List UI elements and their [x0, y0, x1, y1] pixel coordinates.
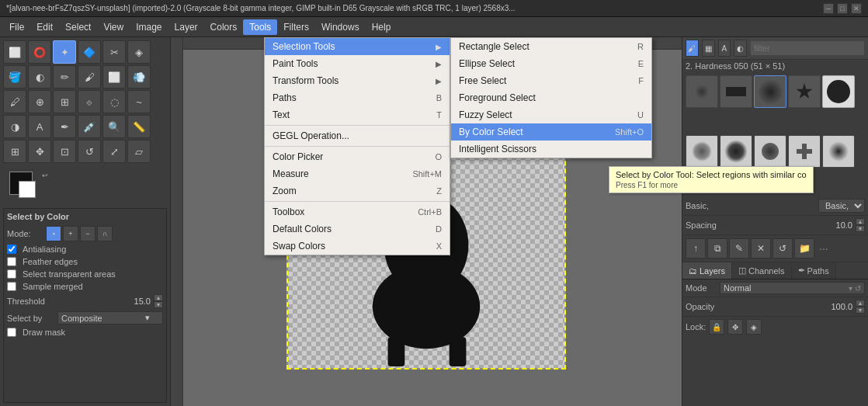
menu-tools[interactable]: Tools — [243, 19, 277, 35]
eraser-tool[interactable]: ⬜ — [102, 65, 126, 88]
antialiasing-checkbox[interactable] — [7, 245, 16, 254]
menu-layer[interactable]: Layer — [168, 19, 204, 35]
threshold-increment[interactable]: ▲ — [154, 294, 163, 301]
menu-image[interactable]: Image — [130, 19, 168, 35]
refresh-brush-button[interactable]: ↺ — [773, 238, 793, 259]
select-rectangle[interactable]: Rectangle Select R — [451, 38, 651, 55]
new-brush-button[interactable]: ↑ — [686, 238, 706, 259]
gradient-tool[interactable]: ◐ — [28, 65, 51, 88]
menu-filters[interactable]: Filters — [277, 19, 315, 35]
ink-tool[interactable]: 🖊 — [3, 90, 26, 113]
tools-menu-item-measure[interactable]: Measure Shift+M — [265, 165, 450, 182]
edit-brush-button[interactable]: ✎ — [729, 238, 749, 259]
brush-item[interactable] — [788, 75, 821, 108]
lock-pixels-button[interactable]: 🔒 — [709, 319, 724, 335]
tools-menu-item-transform[interactable]: Transform Tools ▶ — [265, 72, 450, 89]
tab-paths[interactable]: ✒ Paths — [792, 262, 836, 279]
tools-menu-item-text[interactable]: Text T — [265, 106, 450, 123]
select-transparent-checkbox[interactable] — [7, 269, 16, 279]
reset-colors[interactable]: ↩ — [42, 172, 48, 179]
heal-tool[interactable]: ⊞ — [53, 90, 76, 113]
select-by-color[interactable]: By Color Select Shift+O — [451, 123, 651, 141]
tools-menu-item-selection[interactable]: Selection Tools ▶ — [265, 38, 450, 55]
menu-windows[interactable]: Windows — [315, 19, 366, 35]
fuzzy-select-tool[interactable]: ✦ — [53, 40, 76, 64]
feather-edges-checkbox[interactable] — [7, 257, 16, 266]
select-free[interactable]: Free Select F — [451, 72, 651, 89]
tools-menu-item-gegl[interactable]: GEGL Operation... — [265, 127, 450, 144]
menu-view[interactable]: View — [97, 19, 130, 35]
brush-item[interactable] — [788, 135, 821, 168]
scissors-tool[interactable]: ✂ — [102, 40, 126, 64]
crop-tool[interactable]: ⊡ — [53, 140, 76, 163]
paintbrush-tool[interactable]: 🖌 — [78, 65, 101, 88]
opacity-increment[interactable]: ▲ — [856, 300, 865, 307]
delete-brush-button[interactable]: ✕ — [751, 238, 771, 259]
maximize-button[interactable]: □ — [837, 3, 848, 14]
shear-tool[interactable]: ▱ — [127, 140, 151, 163]
measure-tool[interactable]: 📏 — [127, 115, 151, 138]
tools-menu-item-paint[interactable]: Paint Tools ▶ — [265, 55, 450, 72]
paint-bucket-tool[interactable]: 🪣 — [3, 65, 26, 88]
tools-menu-item-paths[interactable]: Paths B — [265, 89, 450, 106]
mode-dropdown[interactable]: Normal ▾ ↺ — [720, 282, 865, 294]
mode-intersect[interactable]: ∩ — [97, 226, 113, 241]
text-tool[interactable]: A — [28, 115, 51, 138]
patterns-icon[interactable]: ▦ — [702, 40, 715, 57]
tools-menu-item-color-picker[interactable]: Color Picker O — [265, 148, 450, 165]
background-color[interactable] — [19, 181, 36, 198]
select-by-dropdown[interactable]: Composite ▾ — [57, 311, 163, 324]
brush-item[interactable] — [822, 75, 855, 108]
mode-replace[interactable]: ▪ — [46, 226, 61, 241]
tools-menu-item-default-colors[interactable]: Default Colors D — [265, 220, 450, 238]
select-fuzzy[interactable]: Fuzzy Select U — [451, 106, 651, 123]
move-tool[interactable]: ✥ — [28, 140, 51, 163]
brush-item[interactable] — [686, 135, 718, 168]
brushes-icon[interactable]: 🖌 — [686, 40, 699, 57]
menu-edit[interactable]: Edit — [30, 19, 59, 35]
zoom-tool[interactable]: 🔍 — [102, 115, 126, 138]
airbrush-tool[interactable]: 💨 — [127, 65, 151, 88]
fg-select-tool[interactable]: ◈ — [127, 40, 151, 64]
brush-item-selected[interactable] — [754, 75, 786, 108]
mode-subtract[interactable]: − — [80, 226, 95, 241]
lock-position-button[interactable]: ✥ — [727, 319, 743, 335]
align-tool[interactable]: ⊞ — [3, 140, 26, 163]
tools-menu-item-zoom[interactable]: Zoom Z — [265, 182, 450, 200]
tab-channels[interactable]: ◫ Channels — [732, 262, 791, 279]
lock-alpha-button[interactable]: ◈ — [746, 319, 762, 335]
clone-tool[interactable]: ⊕ — [28, 90, 51, 113]
mode-add[interactable]: + — [63, 226, 78, 241]
dodge-burn-tool[interactable]: ◑ — [3, 115, 26, 138]
paths-tool[interactable]: ✒ — [53, 115, 76, 138]
menu-file[interactable]: File — [3, 19, 30, 35]
menu-select[interactable]: Select — [59, 19, 97, 35]
blur-tool[interactable]: ◌ — [102, 90, 126, 113]
select-ellipse[interactable]: Ellipse Select E — [451, 55, 651, 72]
smudge-tool[interactable]: ~ — [127, 90, 151, 113]
menu-help[interactable]: Help — [366, 19, 398, 35]
brush-item[interactable] — [686, 75, 718, 108]
tools-menu-item-toolbox[interactable]: Toolbox Ctrl+B — [265, 203, 450, 220]
gradients-icon[interactable]: ◐ — [734, 40, 747, 57]
sample-merged-checkbox[interactable] — [7, 282, 16, 291]
perspective-clone-tool[interactable]: ⟐ — [78, 90, 101, 113]
color-picker-tool[interactable]: 💉 — [78, 115, 101, 138]
brush-filter-input[interactable] — [750, 40, 865, 56]
duplicate-brush-button[interactable]: ⧉ — [707, 238, 727, 259]
close-button[interactable]: ✕ — [851, 3, 862, 14]
draw-mask-checkbox[interactable] — [7, 328, 16, 337]
brush-item[interactable] — [720, 75, 752, 108]
scale-tool[interactable]: ⤢ — [102, 140, 126, 163]
folder-brush-button[interactable]: 📁 — [794, 238, 814, 259]
free-select-tool[interactable]: 🔷 — [78, 40, 101, 64]
brush-item[interactable] — [822, 135, 855, 168]
fonts-icon[interactable]: A — [718, 40, 731, 57]
spacing-increment[interactable]: ▲ — [856, 218, 865, 225]
ellipse-select-tool[interactable]: ⭕ — [28, 40, 51, 64]
more-options-dots[interactable]: ··· — [816, 238, 832, 259]
rotate-tool[interactable]: ↺ — [78, 140, 101, 163]
pencil-tool[interactable]: ✏ — [53, 65, 76, 88]
opacity-decrement[interactable]: ▼ — [856, 307, 865, 314]
threshold-decrement[interactable]: ▼ — [154, 301, 163, 308]
